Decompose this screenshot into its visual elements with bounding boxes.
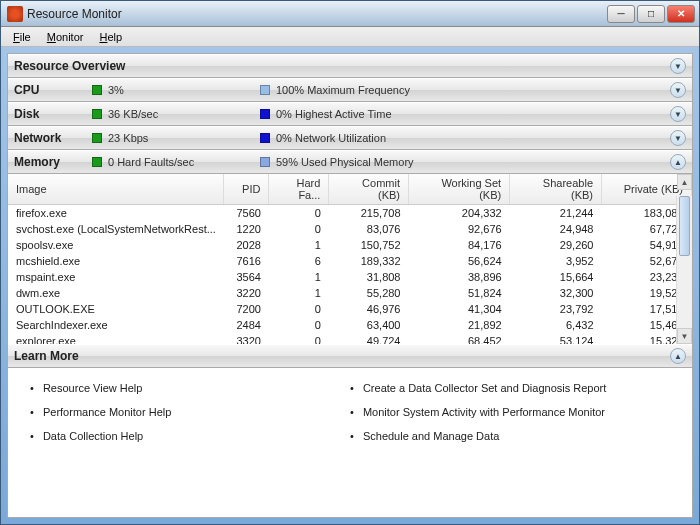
scrollbar[interactable]: ▲ ▼ — [676, 196, 692, 344]
mem-used-swatch — [260, 157, 270, 167]
cell-hf: 1 — [269, 285, 329, 301]
table-row[interactable]: OUTLOOK.EXE7200046,97641,30423,79217,512 — [8, 301, 692, 317]
cell-image: explorer.exe — [8, 333, 224, 345]
cell-ws: 51,824 — [409, 285, 510, 301]
col-hardfaults[interactable]: Hard Fa... — [269, 174, 329, 205]
link-monitor-activity[interactable]: Monitor System Activity with Performance… — [350, 400, 670, 424]
cpu-header[interactable]: CPU 3% 100% Maximum Frequency ▼ — [8, 78, 692, 102]
cell-hf: 0 — [269, 221, 329, 237]
cell-image: mcshield.exe — [8, 253, 224, 269]
cell-image: svchost.exe (LocalSystemNetworkRest... — [8, 221, 224, 237]
cell-ws: 68,452 — [409, 333, 510, 345]
cell-hf: 0 — [269, 301, 329, 317]
chevron-down-icon[interactable]: ▼ — [670, 106, 686, 122]
scroll-thumb[interactable] — [679, 196, 690, 256]
cell-share: 6,432 — [510, 317, 602, 333]
net-util-value: 0% Network Utilization — [276, 132, 386, 144]
cell-hf: 6 — [269, 253, 329, 269]
app-icon — [7, 6, 23, 22]
cell-share: 53,124 — [510, 333, 602, 345]
chevron-down-icon[interactable]: ▼ — [670, 130, 686, 146]
learn-more-header[interactable]: Learn More ▲ — [8, 344, 692, 368]
cell-ws: 38,896 — [409, 269, 510, 285]
disk-label: Disk — [14, 107, 92, 121]
menu-help[interactable]: Help — [91, 29, 130, 45]
cell-pid: 3220 — [224, 285, 269, 301]
cell-commit: 150,752 — [329, 237, 409, 253]
memory-table-wrap: Image PID Hard Fa... Commit (KB) Working… — [8, 174, 692, 344]
cell-ws: 41,304 — [409, 301, 510, 317]
col-commit[interactable]: Commit (KB) — [329, 174, 409, 205]
close-button[interactable]: ✕ — [667, 5, 695, 23]
chevron-down-icon[interactable]: ▼ — [670, 82, 686, 98]
scroll-up-icon[interactable]: ▲ — [677, 174, 692, 190]
cell-ws: 56,624 — [409, 253, 510, 269]
disk-active-value: 0% Highest Active Time — [276, 108, 392, 120]
memory-header[interactable]: Memory 0 Hard Faults/sec 59% Used Physic… — [8, 150, 692, 174]
disk-header[interactable]: Disk 36 KB/sec 0% Highest Active Time ▼ — [8, 102, 692, 126]
col-shareable[interactable]: Shareable (KB) — [510, 174, 602, 205]
link-resource-view-help[interactable]: Resource View Help — [30, 376, 350, 400]
maximize-button[interactable]: □ — [637, 5, 665, 23]
cell-commit: 31,808 — [329, 269, 409, 285]
mem-faults-value: 0 Hard Faults/sec — [108, 156, 260, 168]
titlebar: Resource Monitor ─ □ ✕ — [1, 1, 699, 27]
menu-monitor[interactable]: Monitor — [39, 29, 92, 45]
col-pid[interactable]: PID — [224, 174, 269, 205]
minimize-button[interactable]: ─ — [607, 5, 635, 23]
cell-image: spoolsv.exe — [8, 237, 224, 253]
link-data-collection-help[interactable]: Data Collection Help — [30, 424, 350, 448]
table-row[interactable]: SearchIndexer.exe2484063,40021,8926,4321… — [8, 317, 692, 333]
cpu-freq-value: 100% Maximum Frequency — [276, 84, 410, 96]
scroll-down-icon[interactable]: ▼ — [677, 328, 692, 344]
table-row[interactable]: svchost.exe (LocalSystemNetworkRest...12… — [8, 221, 692, 237]
disk-active-swatch — [260, 109, 270, 119]
net-rate-value: 23 Kbps — [108, 132, 260, 144]
table-row[interactable]: firefox.exe75600215,708204,33221,244183,… — [8, 205, 692, 221]
table-row[interactable]: mspaint.exe3564131,80838,89615,66423,232 — [8, 269, 692, 285]
cell-pid: 2484 — [224, 317, 269, 333]
memory-label: Memory — [14, 155, 92, 169]
learn-more-body: Resource View Help Performance Monitor H… — [8, 368, 692, 517]
cell-commit: 46,976 — [329, 301, 409, 317]
overview-title: Resource Overview — [14, 59, 125, 73]
cpu-usage-value: 3% — [108, 84, 260, 96]
cell-image: dwm.exe — [8, 285, 224, 301]
network-header[interactable]: Network 23 Kbps 0% Network Utilization ▼ — [8, 126, 692, 150]
link-perfmon-help[interactable]: Performance Monitor Help — [30, 400, 350, 424]
net-rate-swatch — [92, 133, 102, 143]
cell-image: mspaint.exe — [8, 269, 224, 285]
cell-pid: 2028 — [224, 237, 269, 253]
content-area: Resource Overview ▼ CPU 3% 100% Maximum … — [7, 53, 693, 518]
table-row[interactable]: explorer.exe3320049,72468,45253,12415,32… — [8, 333, 692, 345]
cell-share: 24,948 — [510, 221, 602, 237]
mem-used-value: 59% Used Physical Memory — [276, 156, 414, 168]
link-schedule-data[interactable]: Schedule and Manage Data — [350, 424, 670, 448]
table-row[interactable]: spoolsv.exe20281150,75284,17629,26054,91… — [8, 237, 692, 253]
chevron-down-icon[interactable]: ▼ — [670, 58, 686, 74]
chevron-up-icon[interactable]: ▲ — [670, 348, 686, 364]
cell-hf: 0 — [269, 333, 329, 345]
cpu-freq-swatch — [260, 85, 270, 95]
overview-header[interactable]: Resource Overview ▼ — [8, 54, 692, 78]
cell-pid: 3320 — [224, 333, 269, 345]
col-image[interactable]: Image — [8, 174, 224, 205]
cell-ws: 21,892 — [409, 317, 510, 333]
cell-image: OUTLOOK.EXE — [8, 301, 224, 317]
cell-commit: 63,400 — [329, 317, 409, 333]
menu-file[interactable]: File — [5, 29, 39, 45]
disk-rate-swatch — [92, 109, 102, 119]
chevron-up-icon[interactable]: ▲ — [670, 154, 686, 170]
cell-pid: 7616 — [224, 253, 269, 269]
cell-commit: 215,708 — [329, 205, 409, 221]
link-create-collector-set[interactable]: Create a Data Collector Set and Diagnosi… — [350, 376, 670, 400]
cell-commit: 83,076 — [329, 221, 409, 237]
cell-share: 29,260 — [510, 237, 602, 253]
table-row[interactable]: dwm.exe3220155,28051,82432,30019,524 — [8, 285, 692, 301]
network-label: Network — [14, 131, 92, 145]
cell-pid: 1220 — [224, 221, 269, 237]
col-workingset[interactable]: Working Set (KB) — [409, 174, 510, 205]
menu-file-rest: ile — [20, 31, 31, 43]
table-row[interactable]: mcshield.exe76166189,33256,6243,95252,67… — [8, 253, 692, 269]
window-title: Resource Monitor — [27, 7, 605, 21]
